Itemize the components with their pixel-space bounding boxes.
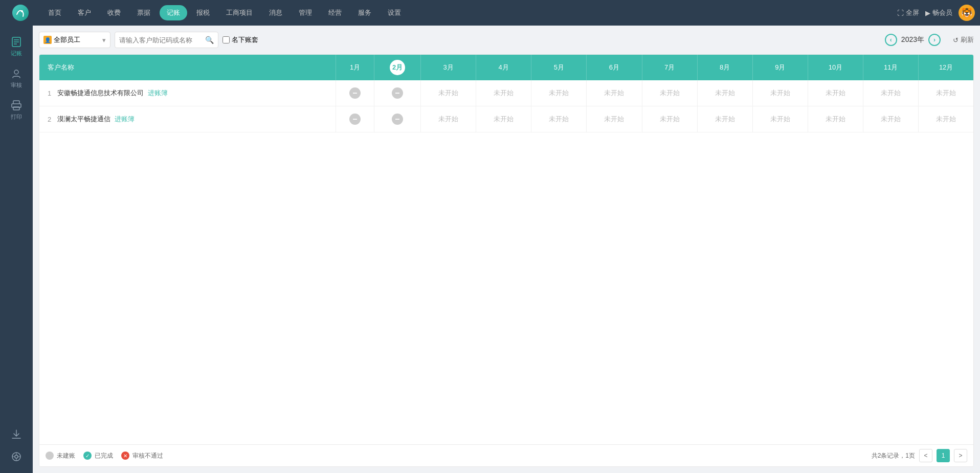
my-accounts-label: 名下账套 (232, 35, 258, 44)
row2-may: 未开始 (531, 106, 587, 132)
nav-message[interactable]: 消息 (262, 5, 289, 20)
vip-button[interactable]: ▶ 畅会员 (925, 8, 952, 17)
sidebar-item-download[interactable] (0, 423, 33, 445)
vip-label: 畅会员 (932, 8, 952, 17)
legend-dot-teal: ✓ (83, 452, 92, 460)
year-display: 2023年 (901, 35, 924, 44)
table-footer: 未建账 ✓ 已完成 ✕ 审核不通过 共2条记录，1页 < 1 > (39, 444, 973, 466)
employee-select[interactable]: 👤 全部员工 ▾ (39, 32, 110, 48)
pagination: 共2条记录，1页 < 1 > (872, 449, 967, 462)
nav-operation[interactable]: 经营 (321, 5, 349, 20)
legend-dot-gray (46, 452, 54, 460)
sidebar-print-label: 打印 (11, 113, 22, 121)
row1-mar: 未开始 (420, 80, 476, 106)
col-header-jun: 6月 (587, 55, 642, 80)
nav-bookkeeping[interactable]: 记账 (160, 5, 187, 20)
toolbar: 👤 全部员工 ▾ 🔍 名下账套 ‹ 2023年 › ↺ 刷新 (39, 32, 974, 48)
sidebar-bottom (0, 423, 33, 473)
year-prev-button[interactable]: ‹ (885, 34, 897, 46)
row2-aug: 未开始 (697, 106, 752, 132)
nav-manage[interactable]: 管理 (292, 5, 319, 20)
col-header-oct: 10月 (808, 55, 863, 80)
sidebar-item-print[interactable]: 打印 (0, 94, 33, 126)
search-button[interactable]: 🔍 (205, 36, 214, 44)
refresh-button[interactable]: ↺ 刷新 (953, 35, 974, 44)
bookkeeping-icon (10, 36, 23, 48)
col-header-jan: 1月 (336, 55, 374, 80)
not-started-label: 未开始 (604, 89, 624, 97)
content-area: 👤 全部员工 ▾ 🔍 名下账套 ‹ 2023年 › ↺ 刷新 (33, 26, 980, 473)
my-accounts-checkbox-wrap[interactable]: 名下账套 (222, 35, 258, 44)
sidebar: 记账 审核 打印 (0, 26, 33, 473)
nav-home[interactable]: 首页 (41, 5, 69, 20)
row2-mar: 未开始 (420, 106, 476, 132)
row1-may: 未开始 (531, 80, 587, 106)
not-started-label: 未开始 (770, 115, 790, 123)
table-row: 2 漠澜太平畅捷通信 进账簿 – – 未开始 未开始 未开始 未开始 (39, 106, 973, 132)
download-icon (10, 428, 23, 440)
not-started-label: 未开始 (438, 115, 458, 123)
row1-dec: 未开始 (919, 80, 973, 106)
row2-jan: – (336, 106, 374, 132)
row1-oct: 未开始 (808, 80, 863, 106)
row1-apr: 未开始 (476, 80, 531, 106)
nav-service[interactable]: 服务 (351, 5, 378, 20)
col-header-aug: 8月 (697, 55, 752, 80)
not-started-label: 未开始 (715, 115, 735, 123)
not-started-label: 未开始 (881, 89, 901, 97)
svg-point-0 (21, 10, 23, 12)
sidebar-item-audit[interactable]: 审核 (0, 62, 33, 94)
table-header-row: 客户名称 1月 2月 3月 4月 5月 6月 7月 8月 9月 (39, 55, 973, 80)
table-scroll[interactable]: 客户名称 1月 2月 3月 4月 5月 6月 7月 8月 9月 (39, 55, 973, 444)
year-next-button[interactable]: › (928, 34, 941, 46)
row2-sep: 未开始 (752, 106, 808, 132)
enter-ledger-link-2[interactable]: 进账簿 (115, 115, 135, 124)
legend-not-created: 未建账 (46, 452, 75, 460)
row2-dec: 未开始 (919, 106, 973, 132)
search-wrap: 🔍 (115, 32, 218, 48)
nav-invoice[interactable]: 票据 (130, 5, 158, 20)
print-icon (10, 99, 23, 111)
status-indicator: – (349, 114, 361, 125)
logo-area (5, 5, 36, 21)
nav-business[interactable]: 工商项目 (219, 5, 260, 20)
nav-tax[interactable]: 报税 (189, 5, 217, 20)
legend-completed-label: 已完成 (95, 452, 113, 460)
employee-dropdown-icon: ▾ (102, 36, 106, 44)
refresh-icon: ↺ (953, 36, 959, 44)
page-current-button[interactable]: 1 (937, 449, 950, 462)
sidebar-item-support[interactable] (0, 445, 33, 468)
status-indicator: – (392, 114, 403, 125)
year-nav: ‹ 2023年 › (885, 34, 941, 46)
nav-fee[interactable]: 收费 (100, 5, 128, 20)
not-started-label: 未开始 (936, 115, 956, 123)
row1-sep: 未开始 (752, 80, 808, 106)
col-header-apr: 4月 (476, 55, 531, 80)
fullscreen-label: 全屏 (906, 8, 919, 17)
enter-ledger-link-1[interactable]: 进账簿 (148, 88, 168, 98)
not-started-label: 未开始 (549, 115, 569, 123)
col-header-nov: 11月 (863, 55, 919, 80)
fullscreen-button[interactable]: ⛶ 全屏 (897, 8, 919, 17)
user-avatar[interactable]: 🐯 (959, 5, 975, 21)
sidebar-item-bookkeeping[interactable]: 记账 (0, 31, 33, 62)
row2-feb: – (374, 106, 421, 132)
not-started-label: 未开始 (660, 89, 680, 97)
vip-icon: ▶ (925, 9, 930, 17)
nav-settings[interactable]: 设置 (381, 5, 408, 20)
nav-client[interactable]: 客户 (71, 5, 98, 20)
col-header-dec: 12月 (919, 55, 973, 80)
page-prev-button[interactable]: < (919, 449, 932, 462)
row-number: 1 (48, 89, 51, 97)
table-row: 1 安徽畅捷通信息技术有限公司 进账簿 – – 未开始 未开始 未开始 未开始 (39, 80, 973, 106)
search-input[interactable] (119, 36, 205, 44)
status-indicator: – (392, 87, 403, 99)
legend-not-created-label: 未建账 (57, 452, 75, 460)
top-nav-right: ⛶ 全屏 ▶ 畅会员 🐯 (897, 5, 975, 21)
row-number: 2 (48, 116, 51, 123)
page-next-button[interactable]: > (954, 449, 967, 462)
app-logo (12, 5, 29, 21)
not-started-label: 未开始 (660, 115, 680, 123)
my-accounts-checkbox[interactable] (222, 36, 230, 43)
legend-completed: ✓ 已完成 (83, 452, 113, 460)
